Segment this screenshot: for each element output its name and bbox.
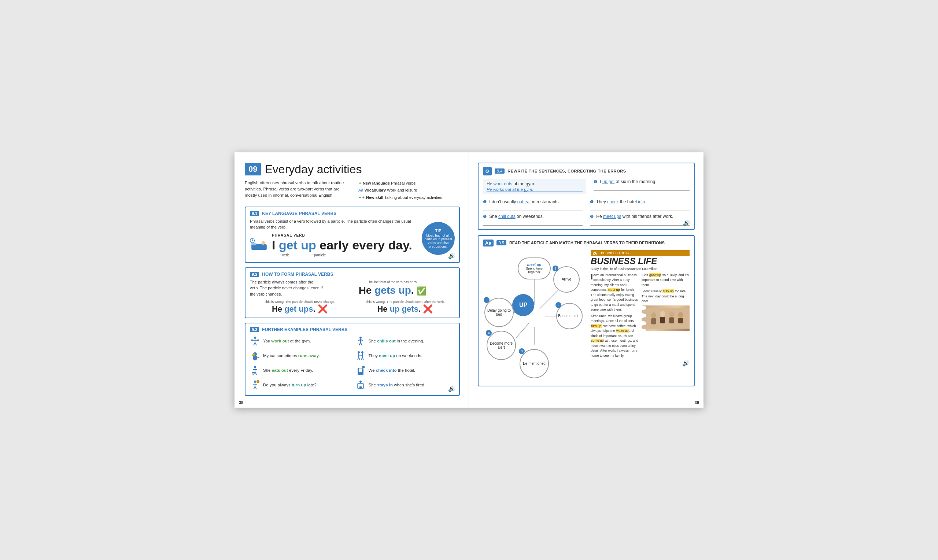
magazine-name: BUSINESS TODAY [601,251,630,255]
new-language-value: Phrasal verbs [391,181,416,185]
gym-icon [250,336,260,346]
svg-line-49 [254,386,255,389]
article-col1-text-2: After lunch, we'll have group meetings. … [591,314,639,358]
audio-icon-91[interactable]: 🔊 [448,252,456,259]
q1-answer-line[interactable] [483,205,582,211]
aa-icon: Aa [483,240,494,246]
wrong1-note: This is wrong. The particle should never… [250,300,350,304]
node-2: 2 Become older [556,303,582,329]
wrong1-sentence: He get ups. ❌ [250,305,350,314]
svg-rect-41 [359,370,360,372]
s95-heading: READ THE ARTICLE AND MATCH THE PHRASAL V… [509,241,665,245]
check-icon: ✅ [417,286,427,295]
s94-example-answer: He works out at the gym. [487,187,582,192]
new-language-icon: ✦ [358,181,362,185]
svg-point-14 [359,337,362,339]
node-1: 1 Arrive [553,266,580,292]
hotel-icon [356,365,366,375]
error-q1: out eat [518,199,531,205]
x-icon-2: ❌ [423,305,433,314]
section-92: 9.2 HOW TO FORM PHRASAL VERBS The partic… [245,268,460,318]
svg-rect-39 [252,372,254,373]
svg-rect-42 [360,370,362,372]
verb-staysin: stays in [377,383,393,387]
s94-q3: ❸ I up get at six in the morning [594,179,690,191]
svg-line-60 [516,323,529,338]
article-col1-text: I own an international business consulta… [591,273,639,312]
article-num: 26 [593,251,597,255]
relax-icon [356,336,366,346]
svg-line-11 [255,342,256,345]
s94-example-sentence: He work outs at the gym. [487,181,582,186]
list-item: You work out at the gym. [250,334,350,348]
s94-q5: ❺ He meet ups with his friends after wor… [590,214,690,226]
s94-q3-area: ❸ I up get at six in the morning [594,179,690,196]
phrasal-verb-label: PHRASAL VERB [272,233,412,237]
s91-desc: Phrasal verbs consist of a verb followed… [250,218,422,230]
svg-point-2 [262,242,265,245]
q4-answer-line[interactable] [590,205,690,211]
s91-main: Phrasal verbs consist of a verb followed… [250,218,422,258]
s93-header: 9.3 FURTHER EXAMPLES PHRASAL VERBS [250,327,455,332]
audio-icon-93[interactable]: 🔊 [448,385,456,392]
svg-point-24 [357,351,360,354]
audio-icon-94[interactable]: 🔊 [683,219,690,226]
svg-line-37 [255,372,256,375]
node-3-num: 3 [519,348,525,354]
new-skill-label: New skill [366,195,383,200]
article-col2-text-2: I don't usually stay up too late. The ne… [642,289,690,304]
wrong1-verb: get ups [284,305,313,314]
node-4-num: 4 [486,330,492,336]
mind-map: UP meet up Spend timetogether 1 [483,250,585,382]
node-2-num: 2 [556,302,561,308]
right-page: ⚙ 9.4 REWRITE THE SENTENCES, CORRECTING … [469,152,704,408]
verb-eatsout: eats out [272,368,288,372]
node-5-num: 5 [484,297,490,303]
q3-answer-line[interactable] [594,185,690,191]
svg-text:🐱: 🐱 [251,353,255,357]
section-95: Aa 9.5 READ THE ARTICLE AND MATCH THE PH… [478,235,695,386]
error-q4b: into [638,199,645,205]
item-text-3: My cat sometimes runs away. [263,354,350,358]
audio-icon-95[interactable]: 🔊 [591,360,690,367]
svg-line-32 [362,357,363,360]
svg-point-46 [254,380,256,383]
svg-rect-70 [678,318,683,323]
s94-heading: REWRITE THE SENTENCES, CORRECTING THE ER… [507,169,626,173]
svg-line-22 [257,357,259,358]
turnup-highlight: turn up [591,324,602,328]
article-header: 26 BUSINESS TODAY [591,250,690,256]
s91-content: Phrasal verbs consist of a verb followed… [250,218,455,258]
svg-point-7 [254,337,256,339]
svg-line-19 [360,342,362,345]
verb-meetup: meet up [379,354,395,358]
s92-wrong-examples: This is wrong. The particle should never… [250,300,455,314]
list-item: She stays in when she's tired. [356,378,455,392]
article-col-1: I own an international business consulta… [591,273,639,360]
q2-answer-line[interactable] [483,220,582,226]
meetup-label: meet up [526,263,543,267]
error-words: work outs [494,181,512,186]
s94-questions-grid: ❶ I don't usually out eat in restaurants… [483,199,690,226]
item-text-2: She chills out in the evening. [369,339,455,343]
vocabulary-label: Vocabulary [365,188,386,192]
svg-line-30 [359,357,360,360]
new-skill-icon: ✦✦ [358,195,365,200]
article-title: BUSINESS LIFE [591,257,690,266]
section-91: 9.1 KEY LANGUAGE PHRASAL VERBS Phrasal v… [245,206,460,263]
item-text-4: They meet up on weekends. [369,354,455,358]
q5-answer-line[interactable] [590,220,690,226]
svg-point-63 [651,312,656,318]
node-2-label: Become older [558,314,581,318]
vocabulary-value: Work and leisure [387,188,417,192]
center-node: UP [512,294,534,316]
meetup-sublabel: Spend timetogether [526,267,543,274]
dine-icon [250,365,260,375]
s94-example: He work outs at the gym. He works out at… [483,179,586,194]
new-skill-row: ✦✦ New skill Talking about everyday acti… [358,194,442,202]
list-item: 🐱 My cat sometimes runs away. [250,349,350,362]
svg-line-18 [359,342,360,345]
list-item: They meet up on weekends. [356,349,455,362]
mind-map-area: UP meet up Spend timetogether 1 [483,250,585,382]
s92-header: 9.2 HOW TO FORM PHRASAL VERBS [250,272,455,277]
